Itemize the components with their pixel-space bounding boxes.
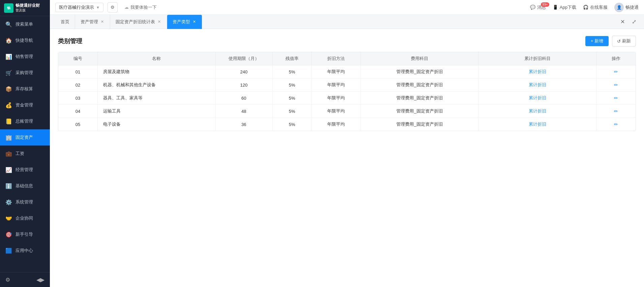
row-method: 年限平均 bbox=[312, 118, 361, 131]
sidebar-item-ledger[interactable]: 📒 总账管理 bbox=[0, 113, 50, 129]
row-action: ✏ bbox=[596, 105, 636, 118]
table-row: 02 机器、机械和其他生产设备 120 5% 年限平均 管理费用_固定资产折旧 … bbox=[58, 78, 636, 92]
tab-actions: ✕ ⤢ bbox=[618, 17, 639, 27]
message-button[interactable]: 💬 消息 99+ bbox=[530, 4, 546, 10]
ledger-icon: 📒 bbox=[5, 118, 12, 125]
edit-icon[interactable]: ✏ bbox=[614, 95, 618, 101]
avatar: 👤 bbox=[614, 3, 624, 12]
table-header-row: 编号 名称 使用期限（月） 残值率 折旧方法 费用科目 累计折旧科目 操作 bbox=[58, 52, 636, 65]
sidebar-item-system[interactable]: ⚙️ 系统管理 bbox=[0, 194, 50, 210]
row-method: 年限平均 bbox=[312, 92, 361, 105]
app-download-button[interactable]: 📱 App下载 bbox=[553, 4, 576, 10]
tab-asset-mgmt[interactable]: 资产管理 ✕ bbox=[75, 15, 110, 29]
row-name: 机器、机械和其他生产设备 bbox=[98, 78, 216, 92]
sidebar-item-label: 搜索菜单 bbox=[16, 21, 33, 27]
row-residual: 5% bbox=[272, 105, 312, 118]
home-icon: 🏠 bbox=[5, 37, 12, 44]
sidebar-item-salary[interactable]: 💼 工资 bbox=[0, 146, 50, 162]
trial-text: 我要体验一下 bbox=[130, 4, 157, 10]
page-title: 类别管理 bbox=[58, 37, 82, 45]
sidebar: 畅 畅捷通好业财 普及版 🔍 搜索菜单 🏠 快捷导航 📊 销售管理 🛒 采购管理… bbox=[0, 0, 50, 287]
app-version: 普及版 bbox=[16, 8, 40, 13]
table-row: 05 电子设备 36 5% 年限平均 管理费用_固定资产折旧 累计折旧 ✏ bbox=[58, 118, 636, 131]
row-expense: 管理费用_固定资产折旧 bbox=[361, 118, 479, 131]
logo-icon: 畅 bbox=[4, 3, 13, 13]
sidebar-item-label: 总账管理 bbox=[16, 118, 33, 124]
asset-type-table: 编号 名称 使用期限（月） 残值率 折旧方法 费用科目 累计折旧科目 操作 01… bbox=[58, 52, 636, 131]
tab-home-label: 首页 bbox=[61, 19, 69, 25]
page-header: 类别管理 + 新增 ↺ 刷新 bbox=[58, 36, 636, 46]
sidebar-item-cooperation[interactable]: 🤝 企业协同 bbox=[0, 210, 50, 226]
sidebar-item-sales[interactable]: 📊 销售管理 bbox=[0, 49, 50, 65]
trial-button[interactable]: ☁ 我要体验一下 bbox=[124, 4, 157, 10]
sidebar-item-label: 资金管理 bbox=[16, 102, 33, 108]
row-accumulated: 累计折旧 bbox=[479, 65, 596, 78]
table-header: 编号 名称 使用期限（月） 残值率 折旧方法 费用科目 累计折旧科目 操作 bbox=[58, 52, 636, 65]
col-method: 折旧方法 bbox=[312, 52, 361, 65]
sidebar-item-label: 系统管理 bbox=[16, 199, 33, 205]
sidebar-item-apps[interactable]: 🟦 应用中心 bbox=[0, 243, 50, 259]
cloud-icon: ☁ bbox=[124, 5, 129, 10]
tab-asset-mgmt-close[interactable]: ✕ bbox=[100, 19, 104, 25]
fixed-asset-icon: 🏢 bbox=[5, 134, 12, 141]
purchase-icon: 🛒 bbox=[5, 70, 12, 76]
row-action: ✏ bbox=[596, 118, 636, 131]
online-service-button[interactable]: 🎧 在线客服 bbox=[583, 4, 608, 10]
row-period: 240 bbox=[215, 65, 272, 78]
table-row: 04 运输工具 48 5% 年限平均 管理费用_固定资产折旧 累计折旧 ✏ bbox=[58, 105, 636, 118]
user-profile[interactable]: 👤 畅捷通 bbox=[614, 3, 639, 12]
sidebar-item-purchase[interactable]: 🛒 采购管理 bbox=[0, 65, 50, 81]
basic-info-icon: ℹ️ bbox=[5, 183, 12, 189]
edit-icon[interactable]: ✏ bbox=[614, 108, 618, 114]
row-id: 01 bbox=[58, 65, 98, 78]
row-id: 04 bbox=[58, 105, 98, 118]
gear-icon: ⚙ bbox=[111, 5, 115, 10]
sidebar-item-basic[interactable]: ℹ️ 基础信息 bbox=[0, 178, 50, 194]
sidebar-item-label: 经营管理 bbox=[16, 167, 33, 173]
app-name: 畅捷通好业财 bbox=[16, 3, 40, 8]
tab-fixed-depreciation-label: 固定资产折旧统计表 bbox=[116, 19, 155, 25]
row-name: 器具、工具、家具等 bbox=[98, 92, 216, 105]
new-button[interactable]: + 新增 bbox=[585, 36, 609, 46]
tab-fixed-depreciation[interactable]: 固定资产折旧统计表 ✕ bbox=[110, 15, 167, 29]
row-method: 年限平均 bbox=[312, 65, 361, 78]
settings-icon[interactable]: ⚙ bbox=[5, 277, 10, 283]
col-name: 名称 bbox=[98, 52, 216, 65]
sales-icon: 📊 bbox=[5, 54, 12, 60]
tab-asset-type-close[interactable]: ✕ bbox=[192, 19, 196, 25]
sidebar-item-quicknav[interactable]: 🏠 快捷导航 bbox=[0, 32, 50, 49]
row-residual: 5% bbox=[272, 65, 312, 78]
refresh-label: 刷新 bbox=[622, 38, 631, 44]
company-selector[interactable]: 医疗器械行业演示 ▼ bbox=[55, 3, 103, 12]
message-badge: 99+ bbox=[541, 2, 549, 7]
topbar: 医疗器械行业演示 ▼ ⚙ ☁ 我要体验一下 💬 消息 99+ 📱 App下载 🎧… bbox=[50, 0, 644, 15]
edit-icon[interactable]: ✏ bbox=[614, 82, 618, 88]
sidebar-item-inventory[interactable]: 📦 库存核算 bbox=[0, 81, 50, 97]
sidebar-item-label: 库存核算 bbox=[16, 86, 33, 92]
tab-asset-type[interactable]: 资产类型 ✕ bbox=[167, 15, 202, 29]
collapse-icon[interactable]: ◀▶ bbox=[36, 277, 44, 283]
sidebar-footer: ⚙ ◀▶ bbox=[0, 272, 50, 287]
row-id: 03 bbox=[58, 92, 98, 105]
sidebar-item-operations[interactable]: 📈 经营管理 bbox=[0, 162, 50, 178]
sidebar-item-search[interactable]: 🔍 搜索菜单 bbox=[0, 16, 50, 32]
username: 畅捷通 bbox=[625, 4, 639, 10]
refresh-button[interactable]: ↺ 刷新 bbox=[612, 36, 636, 46]
sidebar-item-funds[interactable]: 💰 资金管理 bbox=[0, 97, 50, 113]
settings-button[interactable]: ⚙ bbox=[108, 2, 118, 12]
tab-home[interactable]: 首页 bbox=[55, 15, 75, 29]
tab-fixed-depreciation-close[interactable]: ✕ bbox=[157, 19, 161, 25]
cooperation-icon: 🤝 bbox=[5, 215, 12, 222]
edit-icon[interactable]: ✏ bbox=[614, 69, 618, 74]
sidebar-item-guide[interactable]: 🎯 新手引导 bbox=[0, 226, 50, 243]
table-row: 01 房屋及建筑物 240 5% 年限平均 管理费用_固定资产折旧 累计折旧 ✏ bbox=[58, 65, 636, 78]
sidebar-item-label: 工资 bbox=[16, 151, 24, 157]
row-expense: 管理费用_固定资产折旧 bbox=[361, 92, 479, 105]
sidebar-item-fixed[interactable]: 🏢 固定资产 bbox=[0, 129, 50, 146]
close-tab-button[interactable]: ✕ bbox=[618, 17, 627, 27]
maximize-button[interactable]: ⤢ bbox=[629, 17, 639, 27]
funds-icon: 💰 bbox=[5, 102, 12, 108]
salary-icon: 💼 bbox=[5, 151, 12, 157]
edit-icon[interactable]: ✏ bbox=[614, 122, 618, 127]
row-residual: 5% bbox=[272, 78, 312, 92]
